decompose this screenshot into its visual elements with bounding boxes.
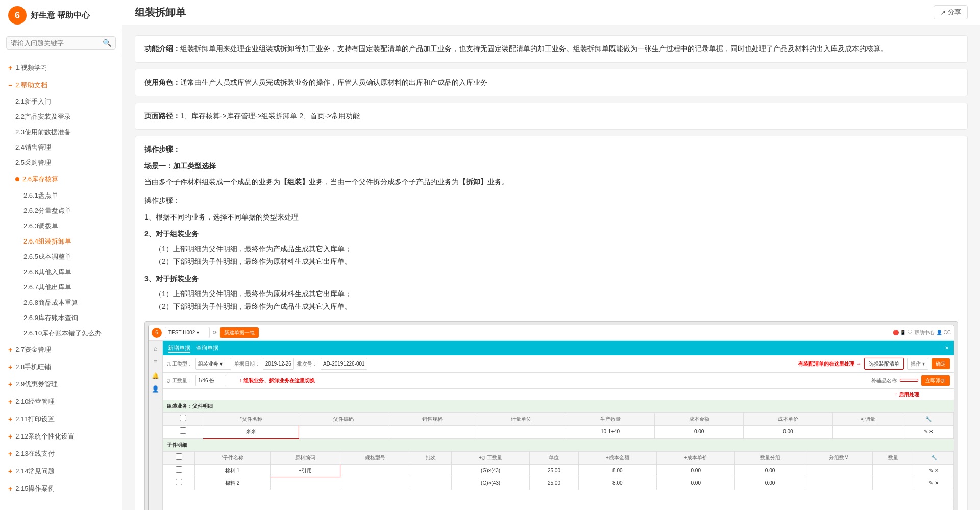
- sidebar-item-2-9-label: 2.9优惠券管理: [15, 380, 58, 389]
- share-button[interactable]: ↗ 分享: [934, 5, 968, 19]
- sim-label-dept: 补辅品名称: [871, 376, 897, 385]
- sidebar-item-2-7[interactable]: + 2.7资金管理: [0, 341, 122, 358]
- sim-type-select: 组装业务 ▾: [195, 358, 231, 370]
- sim-lth-num: 数量: [873, 451, 914, 464]
- sim-icons: 🔴 📱 🛡 帮助中心 👤 CC: [893, 328, 951, 337]
- sim-ltd-batch2: [410, 477, 451, 490]
- sidebar-item-2-15[interactable]: + 2.15操作案例: [0, 480, 122, 497]
- sim-label-qty: 加工数量：: [167, 376, 192, 385]
- plus-icon-2-10: +: [8, 398, 12, 406]
- sim-th-ops: 🔧: [903, 412, 954, 425]
- sim-lower-row-4: [163, 499, 954, 508]
- sim-lth-camt: +成本金额: [578, 451, 656, 464]
- sidebar-item-2-6-8[interactable]: 2.6.8商品成本重算: [23, 295, 122, 310]
- sidebar-sub-2: 2.1新手入门 2.2产品安装及登录 2.3使用前数据准备 2.4销售管理 2.…: [0, 94, 122, 341]
- sim-upper-thead-row: *父件名称 父件编码 销售规格 计量单位 生产数量 成本金额 成本单价: [163, 412, 954, 425]
- sim-ltd-qty1: (G)×(43): [451, 464, 529, 477]
- sim-ltd-groupm1: [805, 464, 872, 477]
- sidebar-item-2-6-10[interactable]: 2.6.10库存账本错了怎么办: [23, 326, 122, 341]
- sim-upper-table: *父件名称 父件编码 销售规格 计量单位 生产数量 成本金额 成本单价: [163, 412, 954, 439]
- sim-th-unit: 计量单位: [477, 412, 566, 425]
- main-area: 组装拆卸单 ↗ 分享 功能介绍：组装拆卸单用来处理企业组装或拆卸等加工业务，支持…: [122, 0, 980, 510]
- sidebar-item-2-13[interactable]: + 2.13在线支付: [0, 445, 122, 463]
- sim-ltd-unit1: 25.00: [530, 464, 578, 477]
- sidebar-item-2-4[interactable]: 2.4销售管理: [15, 140, 122, 155]
- plus-icon-2-8: +: [8, 363, 12, 371]
- sidebar-item-2[interactable]: − 2.帮助文档: [0, 77, 122, 94]
- sidebar-item-2-3[interactable]: 2.3使用前数据准备: [15, 125, 122, 140]
- sidebar-item-2-8[interactable]: + 2.8手机旺铺: [0, 358, 122, 376]
- sidebar-item-2-6-3[interactable]: 2.6.3调拨单: [23, 218, 122, 234]
- screenshot-wrapper: 6 TEST-H002 ▾ ⟳ 新建单据一笔 🔴 📱 🛡 帮助中心 👤 CC: [144, 321, 958, 510]
- sidebar-item-2-14[interactable]: + 2.14常见问题: [0, 463, 122, 480]
- sidebar-item-2-6-4[interactable]: 2.6.4组装拆卸单: [23, 234, 122, 249]
- sidebar-item-2-2[interactable]: 2.2产品安装及登录: [15, 109, 122, 125]
- sidebar-item-2-10-label: 2.10经营管理: [15, 397, 55, 406]
- topbar: 组装拆卸单 ↗ 分享: [122, 0, 980, 25]
- sidebar-item-2-13-label: 2.13在线支付: [15, 449, 55, 458]
- sidebar-item-2-6-2[interactable]: 2.6.2分量盘点单: [23, 203, 122, 218]
- sim-lth-cprice: +成本单价: [657, 451, 735, 464]
- sidebar-item-2-6-5[interactable]: 2.6.5成本调整单: [23, 249, 122, 264]
- sim-side-icons: ⌂ ≡ 🔔 👤: [149, 341, 163, 510]
- sidebar-item-2-6-6[interactable]: 2.6.6其他入库单: [23, 264, 122, 280]
- plus-icon-2-14: +: [8, 467, 12, 475]
- sidebar-item-2-10[interactable]: + 2.10经营管理: [0, 393, 122, 410]
- search-area: 🔍: [0, 31, 122, 55]
- sidebar-item-2-8-label: 2.8手机旺铺: [15, 362, 51, 372]
- sidebar-item-2-11[interactable]: + 2.11打印设置: [0, 410, 122, 428]
- sim-ltd-ops1: ✎ ✕: [914, 464, 954, 477]
- share-label: 分享: [948, 8, 961, 17]
- sim-form-row1: 加工类型： 组装业务 ▾ 单据日期： 2019-12-26 批次号： AD-20…: [163, 355, 954, 373]
- sim-lth-groupm: 分组数M: [805, 451, 872, 464]
- content-area: 功能介绍：组装拆卸单用来处理企业组装或拆卸等加工业务，支持有固定装配清单的产品加…: [122, 25, 980, 510]
- sim-label-batch: 批次号：: [297, 359, 317, 368]
- sidebar-item-2-5[interactable]: 2.5采购管理: [15, 155, 122, 171]
- sim-ltd-code2: [270, 477, 340, 490]
- scene1-bold2: 【拆卸】: [459, 178, 487, 186]
- ops-intro: 操作步骤：: [144, 194, 958, 207]
- sidebar-item-1[interactable]: + 1.视频学习: [0, 59, 122, 77]
- sidebar-item-2-6-7[interactable]: 2.6.7其他出库单: [23, 280, 122, 295]
- search-input[interactable]: [11, 39, 103, 47]
- scene1-desc-text: 当由多个子件材料组装成一个成品的业务为: [144, 178, 280, 186]
- sim-lth-ops: 🔧: [914, 451, 954, 464]
- sim-td-camt1: 0.00: [655, 425, 744, 438]
- sidebar-item-2-6[interactable]: 2.6库存核算: [15, 171, 122, 188]
- sim-annotation3-row: ↑ 启用处理: [163, 389, 954, 400]
- sim-ltd-code1: +引用: [270, 464, 340, 477]
- step3-sub1: （1）上部明细为父件明细，最终作为原材料生成其它出库单；: [144, 287, 958, 300]
- sim-lth-code: 原料编码: [270, 451, 340, 464]
- sim-td-unit1: [477, 425, 566, 438]
- ops-box: 操作步骤： 场景一：加工类型选择 当由多个子件材料组装成一个成品的业务为【组装】…: [135, 136, 968, 510]
- sim-td-spec1: [388, 425, 477, 438]
- search-button[interactable]: 🔍: [103, 39, 111, 47]
- sim-ltd-check2: [163, 477, 195, 490]
- sim-lower-thead: *子件名称 原料编码 规格型号 批次 +加工数量 单位 +成本金额: [163, 451, 954, 464]
- sim-logo: 6: [152, 328, 162, 338]
- sidebar-item-2-12[interactable]: + 2.12系统个性化设置: [0, 428, 122, 445]
- sim-empty-row4: [163, 499, 954, 508]
- sidebar-item-2-6-1[interactable]: 2.6.1盘点单: [23, 188, 122, 203]
- share-icon: ↗: [940, 9, 946, 16]
- sim-ltd-batch1: [410, 464, 451, 477]
- sim-modal-header: 新增单据 查询单据 ✕: [163, 341, 954, 355]
- sidebar-item-2-1[interactable]: 2.1新手入门: [15, 94, 122, 109]
- sidebar-item-2-6-9[interactable]: 2.6.9库存账本查询: [23, 310, 122, 326]
- sim-td-adj1: [832, 425, 903, 438]
- ann-spacer3: [167, 390, 895, 399]
- sidebar-item-2-6-label: 2.6库存核算: [22, 175, 58, 184]
- sim-lower-row-5: [163, 508, 954, 510]
- role-box: 使用角色：通常由生产人员或库管人员完成拆装业务的操作，库管人员确认原材料的出库和…: [135, 69, 968, 96]
- sim-refresh: ⟳: [213, 328, 217, 337]
- sidebar-item-2-15-label: 2.15操作案例: [15, 484, 55, 493]
- sim-label-date: 单据日期：: [234, 359, 260, 368]
- sim-annotation3: ↑ 启用处理: [895, 390, 919, 399]
- sim-form-row2: 加工数量： 1/46 份 ↑ 组装业务、拆卸业务在这里切换 补辅品名称 立即添加: [163, 373, 954, 389]
- sidebar-item-2-label: 2.帮助文档: [15, 81, 47, 90]
- sim-tab-new: 新增单据: [168, 345, 190, 353]
- scene1-bold1: 【组装】: [280, 178, 309, 186]
- sidebar-item-2-7-label: 2.7资金管理: [15, 345, 51, 354]
- sidebar-item-2-9[interactable]: + 2.9优惠券管理: [0, 376, 122, 393]
- sidebar-nav: + 1.视频学习 − 2.帮助文档 2.1新手入门 2.2产品安装及登录 2.3…: [0, 55, 122, 510]
